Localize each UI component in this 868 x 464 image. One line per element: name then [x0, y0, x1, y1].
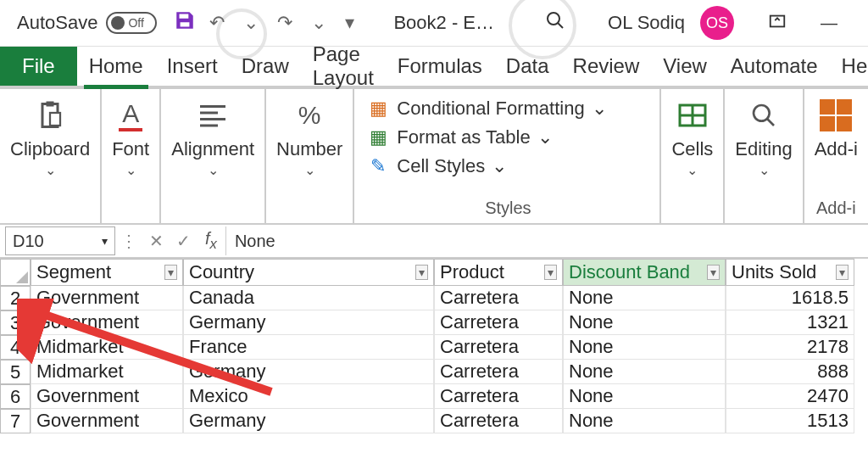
styles-caption: Styles: [485, 198, 531, 221]
ribbon-display-icon[interactable]: [768, 12, 787, 35]
group-editing[interactable]: Editing ⌄: [725, 89, 804, 223]
formula-input[interactable]: None: [225, 226, 868, 255]
avatar[interactable]: OS: [700, 6, 734, 40]
row-header[interactable]: 2: [0, 286, 31, 310]
col-header-segment[interactable]: Segment▾: [31, 259, 183, 286]
autosave-toggle[interactable]: Off: [106, 12, 157, 34]
tab-formulas[interactable]: Formulas: [386, 47, 494, 86]
tab-page-layout[interactable]: Page Layout: [301, 47, 386, 86]
tab-review[interactable]: Review: [561, 47, 652, 86]
tab-insert[interactable]: Insert: [155, 47, 230, 86]
cell[interactable]: None: [563, 286, 726, 310]
cells-label: Cells: [671, 138, 713, 160]
col-header-country[interactable]: Country▾: [183, 259, 434, 286]
cell[interactable]: 1321: [726, 310, 854, 335]
qat-more-icon[interactable]: ▾: [345, 12, 354, 34]
filter-icon[interactable]: ▾: [415, 265, 428, 280]
row-header[interactable]: 5: [0, 360, 31, 384]
cell[interactable]: 1618.5: [726, 286, 854, 310]
group-cells[interactable]: Cells ⌄: [661, 89, 725, 223]
tab-view[interactable]: View: [651, 47, 719, 86]
col-header-discount-band[interactable]: Discount Band▾: [563, 259, 726, 286]
group-clipboard[interactable]: Clipboard ⌄: [0, 89, 102, 223]
tab-help[interactable]: Help: [830, 47, 868, 86]
chevron-down-icon: ⌄: [687, 162, 698, 178]
cell[interactable]: Government: [31, 286, 183, 310]
cell[interactable]: Germany: [183, 360, 434, 384]
cell[interactable]: Carretera: [434, 310, 563, 335]
fat-label: Format as Table: [397, 126, 530, 148]
cell[interactable]: Carretera: [434, 286, 563, 310]
search-icon[interactable]: [545, 10, 565, 36]
row-header[interactable]: 4: [0, 335, 31, 360]
col-header-product[interactable]: Product▾: [434, 259, 563, 286]
group-addins[interactable]: Add-i Add-i: [804, 89, 868, 223]
tab-data[interactable]: Data: [494, 47, 561, 86]
filter-icon[interactable]: ▾: [836, 265, 849, 280]
cell[interactable]: Canada: [183, 286, 434, 310]
group-font[interactable]: A Font ⌄: [102, 89, 161, 223]
cell[interactable]: Germany: [183, 310, 434, 335]
cell[interactable]: France: [183, 335, 434, 360]
cell[interactable]: Midmarket: [31, 335, 183, 360]
cell[interactable]: None: [563, 335, 726, 360]
save-icon[interactable]: [174, 9, 196, 37]
cancel-icon[interactable]: ✕: [142, 231, 170, 251]
group-number[interactable]: % Number ⌄: [266, 89, 354, 223]
filter-icon[interactable]: ▾: [544, 265, 557, 280]
cell[interactable]: Government: [31, 310, 183, 335]
filter-icon[interactable]: ▾: [164, 265, 177, 280]
cell[interactable]: Carretera: [434, 409, 563, 433]
row-header[interactable]: 3: [0, 310, 31, 335]
filter-icon[interactable]: ▾: [707, 265, 720, 280]
svg-rect-5: [50, 113, 60, 126]
cell[interactable]: Government: [31, 409, 183, 433]
cell[interactable]: Government: [31, 384, 183, 409]
number-icon: %: [298, 98, 321, 133]
select-all-button[interactable]: [0, 259, 31, 286]
fx-icon[interactable]: fx: [197, 229, 225, 253]
hdr-label: Product: [440, 261, 504, 283]
addins-caption: Add-i: [816, 198, 856, 221]
redo-dropdown-icon[interactable]: ⌄: [311, 12, 326, 34]
editing-label: Editing: [735, 138, 792, 160]
enter-icon[interactable]: ✓: [170, 231, 197, 251]
cell[interactable]: Carretera: [434, 384, 563, 409]
tab-automate[interactable]: Automate: [719, 47, 830, 86]
cell[interactable]: 2178: [726, 335, 854, 360]
document-title: Book2 - E…: [393, 12, 494, 34]
cell[interactable]: 1513: [726, 409, 854, 433]
cell[interactable]: 888: [726, 360, 854, 384]
cell[interactable]: Carretera: [434, 360, 563, 384]
cell[interactable]: None: [563, 384, 726, 409]
cell[interactable]: Germany: [183, 409, 434, 433]
format-as-table-icon: ▦: [366, 126, 390, 148]
tab-home[interactable]: Home: [77, 47, 155, 86]
chevron-down-icon: ▾: [102, 234, 108, 248]
undo-dropdown-icon[interactable]: ⌄: [243, 12, 259, 34]
col-header-units-sold[interactable]: Units Sold▾: [726, 259, 854, 286]
tab-file[interactable]: File: [0, 47, 77, 86]
undo-icon[interactable]: ↶: [209, 12, 225, 34]
format-as-table-button[interactable]: ▦ Format as Table ⌄: [366, 126, 552, 148]
user-name[interactable]: OL Sodiq: [608, 12, 685, 34]
row-header[interactable]: 7: [0, 409, 31, 433]
row-header[interactable]: 6: [0, 384, 31, 409]
conditional-formatting-button[interactable]: ▦ Conditional Formatting ⌄: [366, 98, 606, 120]
group-alignment[interactable]: Alignment ⌄: [161, 89, 266, 223]
cell[interactable]: 2470: [726, 384, 854, 409]
name-box[interactable]: D10 ▾: [5, 226, 115, 255]
minimize-icon[interactable]: —: [821, 14, 837, 33]
cell[interactable]: None: [563, 310, 726, 335]
cell[interactable]: Carretera: [434, 335, 563, 360]
tab-draw[interactable]: Draw: [230, 47, 301, 86]
chevron-down-icon: ⌄: [45, 162, 56, 178]
more-icon[interactable]: ⋮: [115, 231, 142, 251]
cell[interactable]: None: [563, 409, 726, 433]
cell[interactable]: None: [563, 360, 726, 384]
redo-icon[interactable]: ↷: [277, 12, 292, 34]
cell[interactable]: Midmarket: [31, 360, 183, 384]
alignment-label: Alignment: [171, 138, 254, 160]
cell[interactable]: Mexico: [183, 384, 434, 409]
cell-styles-button[interactable]: ✎ Cell Styles ⌄: [366, 155, 507, 177]
